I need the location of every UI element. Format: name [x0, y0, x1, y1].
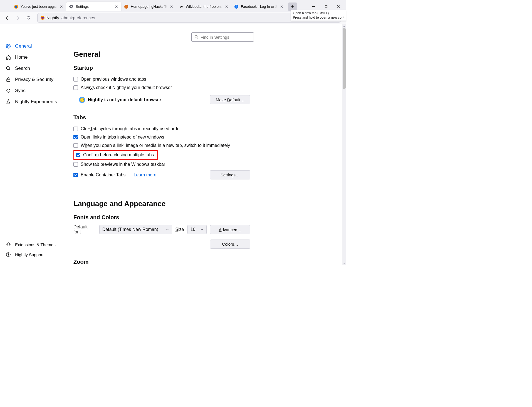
checkbox-switch-immediately[interactable]: When you open a link, image or media in …: [73, 141, 250, 150]
scrollbar-thumb[interactable]: [343, 28, 346, 89]
checkbox-default-check[interactable]: Always check if Nightly is your default …: [73, 83, 250, 92]
checkbox-confirm-close[interactable]: Confirm before closing multiple tabs: [76, 152, 154, 157]
sidebar-item-home[interactable]: Home: [0, 52, 67, 63]
tab-title: Settings: [76, 4, 112, 9]
tab-wikipedia[interactable]: W Wikipedia, the free encyclop ✕: [176, 2, 231, 11]
url-text: about:preferences: [61, 15, 95, 20]
checkbox-container-tabs[interactable]: [73, 173, 78, 177]
search-icon: [194, 35, 198, 39]
svg-point-12: [8, 255, 8, 256]
checkbox[interactable]: [73, 77, 78, 82]
close-icon[interactable]: ✕: [224, 4, 229, 9]
sidebar-extensions[interactable]: Extensions & Themes: [0, 240, 67, 250]
back-button[interactable]: [3, 13, 12, 22]
help-icon: [6, 252, 11, 257]
content-area: General Home Search Privacy & Security S…: [0, 24, 346, 265]
checkbox-label: Open previous windows and tabs: [81, 77, 146, 82]
checkbox[interactable]: [73, 162, 78, 167]
svg-point-13: [195, 36, 197, 38]
tooltip-line1: Open a new tab (Ctrl+T): [293, 11, 344, 16]
close-window-button[interactable]: [332, 3, 345, 11]
checkbox-ctrl-tab[interactable]: Ctrl+Tab cycles through tabs in recently…: [73, 125, 250, 133]
checkbox[interactable]: [76, 153, 80, 157]
close-icon[interactable]: ✕: [279, 4, 284, 9]
make-default-button[interactable]: Make Default…: [210, 95, 250, 104]
find-in-settings[interactable]: [191, 32, 254, 42]
sidebar-item-general[interactable]: General: [0, 41, 67, 52]
tab-ghacks[interactable]: Homepage | gHacks Techn ✕: [121, 2, 176, 11]
tab-settings[interactable]: Settings ✕: [66, 2, 121, 11]
new-tab-tooltip: Open a new tab (Ctrl+T) Press and hold t…: [291, 10, 346, 21]
chevron-down-icon: [200, 228, 204, 231]
close-icon[interactable]: ✕: [114, 4, 119, 9]
tooltip-line2: Press and hold to open a new cont: [293, 16, 344, 20]
sidebar-item-label: Privacy & Security: [15, 77, 53, 82]
tab-facebook[interactable]: f Facebook - Log In or Sign U ✕: [231, 2, 286, 11]
lock-icon: [6, 77, 11, 82]
flask-icon: [6, 99, 11, 105]
checkbox-tab-previews[interactable]: Show tab previews in the Windows taskbar: [73, 160, 250, 169]
plus-icon: [291, 5, 295, 9]
sidebar-item-label: Home: [15, 55, 28, 60]
close-icon[interactable]: ✕: [169, 4, 174, 9]
sidebar-item-label: Extensions & Themes: [15, 242, 56, 247]
svg-rect-10: [7, 79, 10, 82]
scroll-up-button[interactable]: ▴: [343, 24, 346, 28]
maximize-button[interactable]: [320, 3, 332, 11]
checkbox-label: Open links in tabs instead of new window…: [81, 135, 164, 140]
divider: [73, 191, 250, 191]
checkbox[interactable]: [73, 135, 78, 139]
minimize-button[interactable]: [307, 3, 320, 11]
sidebar-item-sync[interactable]: Sync: [0, 85, 67, 96]
svg-point-9: [6, 66, 9, 70]
gear-icon: [6, 43, 11, 49]
learn-more-link[interactable]: Learn more: [134, 172, 157, 177]
chevron-down-icon: [166, 228, 169, 231]
checkbox[interactable]: [73, 85, 78, 90]
sidebar-item-label: Nightly Experiments: [15, 99, 57, 105]
section-zoom: Zoom: [73, 259, 250, 265]
svg-rect-6: [325, 5, 327, 8]
arrow-right-icon: [15, 15, 20, 20]
sidebar-item-experiments[interactable]: Nightly Experiments: [0, 96, 67, 107]
arrow-left-icon: [5, 15, 10, 20]
forward-button[interactable]: [13, 13, 22, 22]
scroll-down-button[interactable]: ▾: [343, 262, 346, 265]
checkbox-open-links-tabs[interactable]: Open links in tabs instead of new window…: [73, 133, 250, 141]
status-text: Nightly is not your default browser: [88, 97, 161, 102]
checkbox-label: Always check if Nightly is your default …: [81, 85, 172, 90]
sync-icon: [6, 88, 11, 93]
checkbox[interactable]: [73, 143, 78, 148]
colors-button[interactable]: Colors…: [210, 240, 250, 249]
search-input[interactable]: [201, 35, 251, 40]
search-icon: [6, 66, 11, 71]
home-icon: [6, 55, 11, 60]
tab-title: Wikipedia, the free encyclop: [186, 4, 222, 9]
sidebar-item-search[interactable]: Search: [0, 63, 67, 74]
font-size-select[interactable]: 16: [187, 225, 207, 234]
scrollbar[interactable]: ▴ ▾: [342, 24, 346, 265]
close-icon[interactable]: ✕: [59, 4, 64, 9]
checkbox-open-previous[interactable]: Open previous windows and tabs: [73, 75, 250, 83]
ghacks-icon: [124, 4, 128, 9]
new-tab-button[interactable]: [288, 3, 297, 11]
sidebar-support[interactable]: Nightly Support: [0, 250, 67, 260]
advanced-fonts-button[interactable]: Advanced…: [210, 225, 250, 234]
section-startup: Startup: [73, 65, 250, 71]
svg-point-8: [41, 17, 44, 19]
default-font-label: Default font: [73, 225, 96, 235]
facebook-icon: f: [234, 4, 239, 9]
default-font-select[interactable]: Default (Times New Roman): [99, 225, 172, 234]
container-settings-button[interactable]: Settings…: [210, 170, 250, 179]
tab-title: You've just been upgraded: [21, 4, 57, 9]
select-value: 16: [190, 227, 196, 232]
settings-main: General Startup Open previous windows an…: [67, 24, 346, 265]
tab-upgraded[interactable]: You've just been upgraded ✕: [11, 2, 66, 11]
badge-label: Nightly: [46, 15, 59, 20]
checkbox-label: Ctrl+Tab cycles through tabs in recently…: [81, 126, 181, 131]
puzzle-icon: [6, 242, 11, 247]
reload-button[interactable]: [24, 13, 33, 22]
sidebar-item-privacy[interactable]: Privacy & Security: [0, 74, 67, 85]
section-language-appearance: Language and Appearance: [73, 199, 250, 208]
checkbox[interactable]: [73, 127, 78, 131]
